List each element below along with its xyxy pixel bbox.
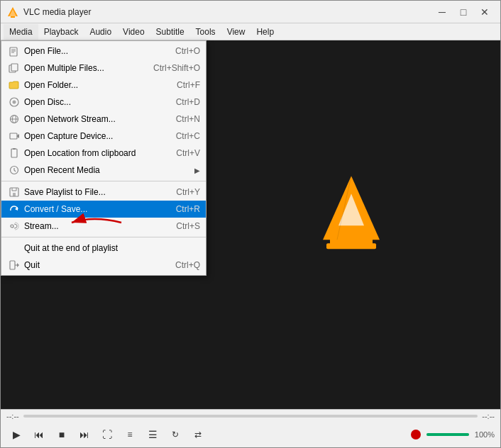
minimize-button[interactable]: ─ (432, 5, 452, 19)
bottom-controls: --:-- --:-- ▶ ⏮ ■ ⏭ ⛶ ≡ ☰ (1, 409, 500, 447)
shuffle-button[interactable]: ⇄ (188, 425, 208, 444)
open-disc-icon (7, 95, 21, 109)
menu-media[interactable]: Media (4, 24, 38, 40)
menu-item-save-playlist[interactable]: Save Playlist to File... Ctrl+Y (1, 184, 206, 201)
open-capture-shortcut: Ctrl+C (176, 131, 200, 141)
menu-tools[interactable]: Tools (190, 24, 221, 40)
svg-rect-2 (11, 16, 15, 18)
extended-icon: ≡ (127, 430, 132, 439)
save-playlist-icon (7, 185, 21, 199)
open-file-icon (7, 44, 21, 58)
open-multiple-label: Open Multiple Files... (24, 63, 139, 73)
volume-bar[interactable] (426, 433, 469, 436)
maximize-button[interactable]: □ (453, 5, 473, 19)
quit-shortcut: Ctrl+Q (175, 260, 200, 270)
svg-rect-15 (11, 64, 18, 71)
menu-subtitle-label: Subtitle (156, 27, 185, 37)
main-video-area: Open File... Ctrl+O Open Multiple Files.… (1, 40, 500, 409)
open-file-label: Open File... (24, 46, 161, 56)
open-disc-label: Open Disc... (24, 97, 162, 107)
svg-rect-31 (10, 261, 15, 269)
extended-settings-button[interactable]: ≡ (120, 425, 140, 444)
save-playlist-shortcut: Ctrl+Y (176, 187, 200, 197)
open-recent-icon (7, 163, 21, 177)
prev-icon: ⏮ (34, 429, 44, 440)
menu-video[interactable]: Video (117, 24, 150, 40)
separator-1 (1, 181, 206, 181)
next-button[interactable]: ⏭ (75, 425, 94, 444)
app-icon (6, 6, 19, 18)
svg-rect-8 (326, 243, 376, 249)
menu-audio[interactable]: Audio (84, 24, 117, 40)
menu-item-quit[interactable]: Quit Ctrl+Q (1, 257, 206, 274)
stream-icon (7, 219, 21, 233)
svg-rect-22 (10, 133, 17, 139)
loop-icon: ↻ (172, 430, 179, 439)
menu-item-quit-end[interactable]: Quit at the end of playlist (1, 240, 206, 257)
open-folder-shortcut: Ctrl+F (177, 80, 200, 90)
menu-help-label: Help (256, 27, 274, 37)
playback-controls-row: ▶ ⏮ ■ ⏭ ⛶ ≡ ☰ ↻ ⇄ (1, 422, 500, 447)
menu-view-label: View (227, 27, 246, 37)
open-disc-shortcut: Ctrl+D (176, 97, 200, 107)
next-icon: ⏭ (79, 429, 89, 440)
menu-item-open-file[interactable]: Open File... Ctrl+O (1, 43, 206, 60)
quit-icon (7, 258, 21, 272)
seek-bar[interactable] (23, 415, 478, 418)
open-clipboard-label: Open Location from clipboard (24, 148, 162, 158)
svg-point-30 (11, 225, 13, 228)
vlc-window: VLC media player ─ □ ✕ Media Playback Au… (0, 0, 501, 448)
separator-2 (1, 237, 206, 237)
stop-button[interactable]: ■ (52, 425, 72, 444)
open-network-label: Open Network Stream... (24, 114, 162, 124)
open-multiple-shortcut: Ctrl+Shift+O (153, 63, 200, 73)
arrow-annotation (65, 212, 128, 235)
show-playlist-button[interactable]: ☰ (143, 425, 163, 444)
quit-end-label: Quit at the end of playlist (24, 243, 200, 253)
volume-area: 100% (411, 430, 495, 439)
volume-percent: 100% (475, 430, 495, 439)
play-button[interactable]: ▶ (6, 425, 26, 444)
volume-fill (426, 433, 469, 436)
stop-icon: ■ (59, 429, 65, 440)
svg-rect-10 (10, 47, 17, 56)
svg-point-18 (13, 101, 15, 103)
submenu-arrow-icon: ▶ (194, 167, 200, 174)
previous-button[interactable]: ⏮ (29, 425, 49, 444)
menu-playback-label: Playback (44, 27, 79, 37)
menu-item-open-multiple[interactable]: Open Multiple Files... Ctrl+Shift+O (1, 60, 206, 77)
menu-item-open-folder[interactable]: Open Folder... Ctrl+F (1, 77, 206, 94)
loop-button[interactable]: ↻ (165, 425, 185, 444)
menu-video-label: Video (123, 27, 144, 37)
quit-label: Quit (24, 260, 161, 270)
open-capture-icon (7, 129, 21, 143)
media-dropdown-menu: Open File... Ctrl+O Open Multiple Files.… (1, 40, 207, 276)
menu-bar: Media Playback Audio Video Subtitle Tool… (1, 23, 500, 40)
open-network-icon (7, 112, 21, 126)
stream-shortcut: Ctrl+S (176, 221, 200, 231)
menu-item-open-disc[interactable]: Open Disc... Ctrl+D (1, 94, 206, 111)
menu-help[interactable]: Help (250, 24, 280, 40)
menu-tools-label: Tools (196, 27, 216, 37)
menu-playback[interactable]: Playback (38, 24, 84, 40)
open-file-shortcut: Ctrl+O (175, 46, 200, 56)
menu-item-open-recent[interactable]: Open Recent Media ▶ (1, 162, 206, 179)
menu-view[interactable]: View (221, 24, 251, 40)
window-controls: ─ □ ✕ (432, 5, 495, 19)
total-time: --:-- (482, 412, 495, 420)
open-capture-label: Open Capture Device... (24, 131, 162, 141)
window-title: VLC media player (23, 7, 432, 17)
open-clipboard-shortcut: Ctrl+V (176, 148, 200, 158)
close-button[interactable]: ✕ (475, 5, 495, 19)
svg-rect-28 (13, 193, 16, 196)
fullscreen-button[interactable]: ⛶ (97, 425, 117, 444)
svg-rect-25 (13, 148, 16, 150)
open-clipboard-icon (7, 146, 21, 160)
convert-save-icon (7, 202, 21, 216)
menu-item-open-network[interactable]: Open Network Stream... Ctrl+N (1, 111, 206, 128)
menu-item-open-clipboard[interactable]: Open Location from clipboard Ctrl+V (1, 145, 206, 162)
menu-item-open-capture[interactable]: Open Capture Device... Ctrl+C (1, 128, 206, 145)
menu-audio-label: Audio (89, 27, 111, 37)
playlist-icon: ☰ (148, 429, 158, 440)
menu-subtitle[interactable]: Subtitle (150, 24, 190, 40)
